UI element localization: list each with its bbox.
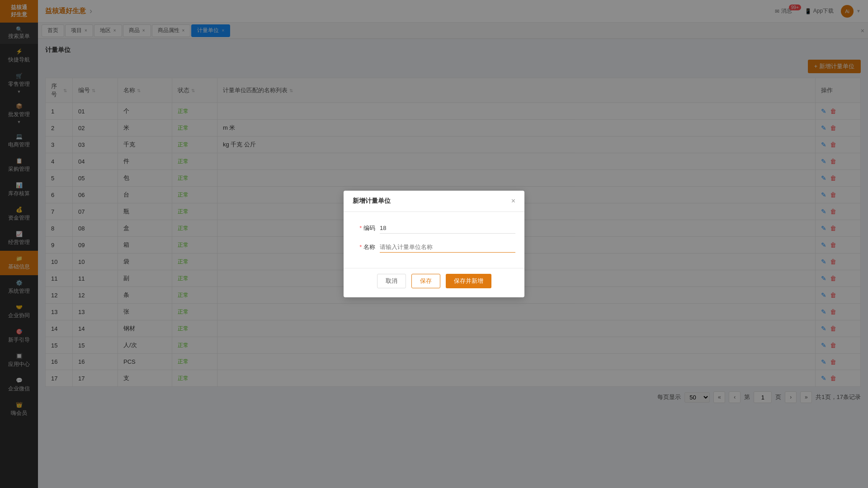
modal-header: 新增计量单位 ×: [344, 191, 524, 212]
modal-title: 新增计量单位: [353, 197, 391, 205]
add-measure-unit-modal: 新增计量单位 × 编码 名称 取消 保存 保存并新增: [344, 191, 524, 297]
modal-overlay: 新增计量单位 × 编码 名称 取消 保存 保存并新增: [0, 0, 868, 488]
save-and-new-button[interactable]: 保存并新增: [446, 274, 491, 288]
code-form-row: 编码: [353, 223, 515, 234]
modal-close-button[interactable]: ×: [511, 197, 515, 205]
name-input[interactable]: [380, 242, 515, 253]
code-input[interactable]: [380, 223, 515, 234]
code-label: 编码: [353, 224, 380, 232]
save-button[interactable]: 保存: [411, 274, 440, 288]
name-label: 名称: [353, 243, 380, 251]
cancel-button[interactable]: 取消: [377, 274, 406, 288]
modal-footer: 取消 保存 保存并新增: [344, 268, 524, 297]
modal-body: 编码 名称: [344, 212, 524, 268]
name-form-row: 名称: [353, 242, 515, 253]
